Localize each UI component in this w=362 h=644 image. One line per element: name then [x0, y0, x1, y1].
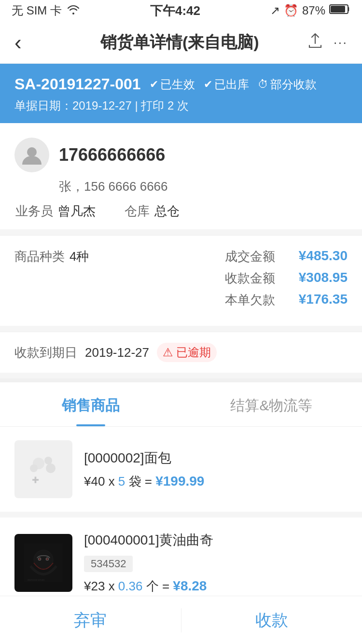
product-kind-label: 商品种类: [14, 248, 65, 265]
check-icon-2: ✔: [204, 78, 212, 91]
svg-point-13: [46, 558, 48, 560]
customer-account-id: 17666666666: [59, 145, 165, 165]
svg-rect-1: [331, 6, 345, 13]
nav-left: ‹: [14, 30, 53, 55]
due-date-label: 收款到期日: [14, 344, 77, 361]
due-section: 收款到期日 2019-12-27 ⚠ 已逾期: [0, 332, 362, 373]
confirm-button[interactable]: 收款: [181, 600, 362, 641]
product-price-1: ¥40 x 5 袋 = ¥199.99: [84, 473, 348, 490]
tabs-row: 销售商品 结算&物流等: [0, 382, 362, 426]
tab-sales-products[interactable]: 销售商品: [0, 382, 181, 426]
cancel-button[interactable]: 弃审: [0, 600, 181, 641]
sales-label: 业务员: [15, 203, 53, 220]
battery-level: 87%: [302, 4, 325, 17]
wifi-icon: [67, 4, 80, 17]
nav-right: ···: [306, 32, 348, 53]
page-title: 销货单详情(来自电脑): [53, 31, 306, 54]
warehouse-label: 仓库: [125, 203, 150, 220]
product-item-1: ➕ [0000002]面包 ¥40 x 5 袋 = ¥199.99: [0, 427, 362, 512]
battery-icon: [329, 3, 350, 18]
avatar: [14, 138, 49, 172]
badge-partial: ⏱ 部分收款: [258, 77, 317, 92]
check-icon-1: ✔: [150, 78, 158, 91]
svg-point-12: [39, 558, 41, 560]
overdue-badge: ⚠ 已逾期: [157, 343, 217, 362]
svg-point-6: [46, 463, 56, 473]
status-left: 无 SIM 卡: [12, 3, 80, 18]
product-item-2: diamond whale [000400001]黄油曲奇 534532 ¥23…: [0, 518, 362, 608]
products-list: ➕ [0000002]面包 ¥40 x 5 袋 = ¥199.99: [0, 427, 362, 608]
summary-right: 成交金额 ¥485.30 收款金额 ¥308.95 本单欠款 ¥176.35: [225, 248, 348, 313]
product-info-2: [000400001]黄油曲奇 534532 ¥23 x 0.36 个 = ¥8…: [84, 531, 348, 595]
product-qty-1: 5: [118, 474, 125, 489]
nav-bar: ‹ 销货单详情(来自电脑) ···: [0, 21, 362, 64]
bottom-bar: 弃审 收款: [0, 596, 362, 644]
overdue-icon: ⚠: [163, 346, 173, 359]
tab-settlement[interactable]: 结算&物流等: [181, 382, 362, 426]
alarm-icon: ⏰: [284, 4, 298, 17]
customer-info-row: 业务员 曾凡杰 仓库 总仓: [15, 203, 348, 220]
svg-text:diamond whale: diamond whale: [28, 578, 45, 581]
warehouse-value: 总仓: [154, 203, 180, 220]
received-value: ¥308.95: [290, 270, 348, 287]
back-button[interactable]: ‹: [14, 30, 22, 55]
debt-value: ¥176.35: [290, 292, 348, 308]
share-button[interactable]: [306, 32, 324, 53]
svg-point-4: [44, 457, 52, 464]
more-button[interactable]: ···: [334, 35, 348, 50]
sim-status: 无 SIM 卡: [12, 3, 62, 18]
order-header: SA-20191227-001 ✔ 已生效 ✔ 已出库 ⏱ 部分收款 单据日期：…: [0, 64, 362, 123]
received-label: 收款金额: [225, 270, 275, 287]
badge-effective: ✔ 已生效: [150, 77, 195, 92]
svg-text:➕: ➕: [32, 476, 39, 483]
product-thumb-1: ➕: [14, 440, 72, 498]
time-display: 下午4:42: [150, 2, 200, 19]
deal-amount-value: ¥485.30: [290, 248, 348, 265]
product-kind-value: 4种: [70, 248, 89, 265]
order-meta: 单据日期：2019-12-27 | 打印 2 次: [14, 98, 348, 113]
status-bar: 无 SIM 卡 下午4:42 ↗ ⏰ 87%: [0, 0, 362, 21]
summary-section: 商品种类 4种 成交金额 ¥485.30 收款金额 ¥308.95 本单欠款 ¥…: [0, 236, 362, 326]
product-qty-2: 0.36: [118, 579, 143, 593]
customer-section: 17666666666 张，156 6666 6666 业务员 曾凡杰 仓库 总…: [0, 123, 362, 229]
status-right: ↗ ⏰ 87%: [270, 3, 350, 18]
product-price-2: ¥23 x 0.36 个 = ¥8.28: [84, 578, 348, 595]
customer-name-phone: 张，156 6666 6666: [59, 178, 348, 195]
product-tag-2: 534532: [84, 556, 133, 572]
product-name-1: [0000002]面包: [84, 449, 348, 467]
deal-amount-label: 成交金额: [225, 248, 275, 265]
product-total-1: ¥199.99: [155, 474, 204, 489]
due-date-value: 2019-12-27: [85, 345, 149, 360]
product-info-1: [0000002]面包 ¥40 x 5 袋 = ¥199.99: [84, 449, 348, 490]
location-icon: ↗: [270, 4, 280, 17]
overdue-text: 已逾期: [176, 345, 211, 360]
order-id: SA-20191227-001: [14, 75, 141, 93]
svg-point-2: [27, 147, 37, 157]
product-name-2: [000400001]黄油曲奇: [84, 531, 348, 549]
tabs-section: 销售商品 结算&物流等: [0, 382, 362, 427]
product-thumb-2: diamond whale: [14, 534, 72, 592]
sales-person: 曾凡杰: [58, 203, 96, 220]
summary-left: 商品种类 4种: [14, 248, 89, 270]
debt-label: 本单欠款: [225, 292, 275, 308]
svg-point-5: [30, 464, 38, 472]
product-total-2: ¥8.28: [173, 578, 207, 593]
clock-icon: ⏱: [258, 78, 268, 91]
badge-shipped: ✔ 已出库: [204, 77, 249, 92]
